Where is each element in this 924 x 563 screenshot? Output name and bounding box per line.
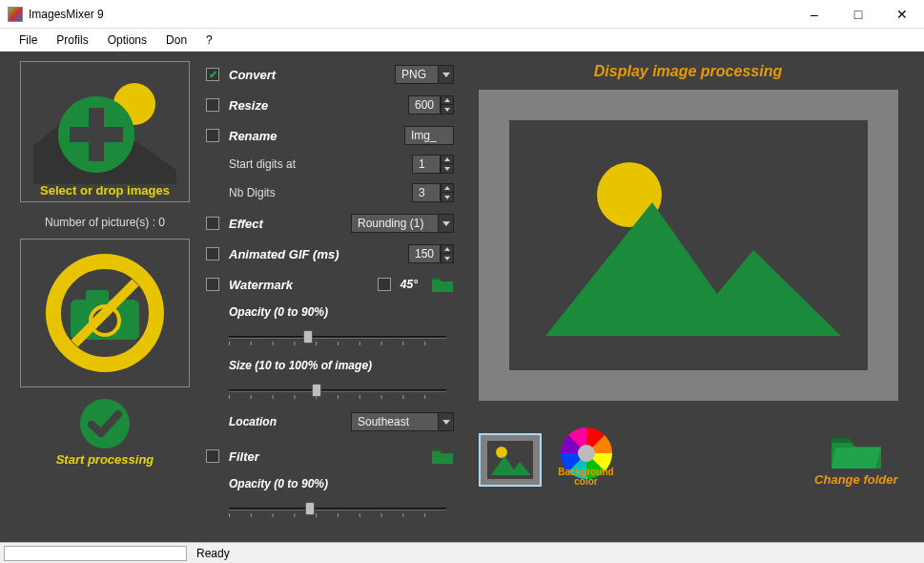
preview-thumbnail-frame [20, 239, 190, 387]
display-title: Display image processing [594, 63, 782, 80]
background-color-label: Background color [555, 468, 618, 487]
rename-label: Rename [229, 129, 277, 143]
watermark-size-label: Size (10 to 100% of image) [229, 359, 454, 372]
drop-zone-label: Select or drop images [21, 183, 189, 198]
background-color-button[interactable]: Background color [555, 426, 618, 487]
rename-nb-label: Nb Digits [229, 186, 276, 199]
menu-don[interactable]: Don [156, 31, 196, 50]
menu-help[interactable]: ? [196, 31, 222, 50]
convert-row: Convert PNG [206, 63, 454, 86]
preview-image [509, 120, 868, 370]
rename-row: Rename [206, 124, 454, 147]
image-icon [487, 441, 533, 479]
window-title: ImagesMixer 9 [29, 8, 104, 21]
client-area: Select or drop images Number of picture(… [0, 52, 924, 542]
watermark-checkbox[interactable] [206, 278, 219, 291]
watermark-location-select[interactable]: Southeast [351, 412, 454, 431]
menu-options[interactable]: Options [98, 31, 156, 50]
rename-checkbox[interactable] [206, 129, 219, 142]
watermark-opacity-slider[interactable] [229, 328, 446, 345]
filter-opacity-slider[interactable] [229, 500, 446, 517]
watermark-location-label: Location [229, 415, 277, 428]
effect-select[interactable]: Rounding (1) [351, 214, 454, 233]
convert-checkbox[interactable] [206, 68, 219, 81]
effect-label: Effect [229, 217, 263, 231]
rename-start-spinner[interactable]: 1 [412, 155, 454, 174]
image-placeholder-icon [526, 136, 851, 355]
preview-panel [479, 90, 898, 401]
drop-placeholder-icon [33, 79, 176, 184]
close-button[interactable]: ✕ [880, 0, 924, 29]
resize-label: Resize [229, 98, 268, 113]
preview-toolbar: Background color Change folder [479, 426, 898, 487]
resize-value-spinner[interactable]: 600 [408, 95, 454, 115]
change-folder-button[interactable]: Change folder [814, 432, 897, 487]
gif-label: Animated GIF (ms) [229, 247, 339, 261]
picture-count-label: Number of picture(s) : 0 [45, 216, 165, 229]
menu-profils[interactable]: Profils [47, 31, 97, 50]
filter-checkbox[interactable] [206, 449, 219, 463]
minimize-button[interactable]: – [792, 0, 836, 29]
watermark-row: Watermark 45° [206, 273, 454, 296]
change-folder-label: Change folder [814, 472, 897, 487]
svg-point-25 [578, 445, 595, 462]
menu-bar: File Profils Options Don ? [0, 29, 924, 52]
filter-label: Filter [229, 449, 259, 464]
gif-value-spinner[interactable]: 150 [408, 244, 454, 263]
no-image-icon [38, 246, 172, 380]
watermark-folder-button[interactable] [431, 276, 454, 293]
rename-prefix-input[interactable] [404, 126, 454, 145]
rename-start-label: Start digits at [229, 157, 296, 171]
watermark-size-slider[interactable] [229, 382, 446, 399]
svg-rect-10 [70, 127, 123, 142]
watermark-opacity-label: Opacity (0 to 90%) [229, 305, 454, 319]
start-processing-button[interactable]: Start processing [56, 397, 154, 467]
effect-row: Effect Rounding (1) [206, 212, 454, 235]
svg-rect-14 [86, 290, 109, 303]
gif-row: Animated GIF (ms) 150 [206, 242, 454, 265]
svg-point-23 [496, 447, 507, 458]
start-processing-label: Start processing [56, 452, 154, 467]
checkmark-icon [78, 397, 132, 450]
resize-row: Resize 600 [206, 94, 454, 116]
filter-folder-button[interactable] [431, 448, 454, 465]
resize-checkbox[interactable] [206, 98, 219, 112]
gif-checkbox[interactable] [206, 247, 219, 261]
folder-icon [830, 432, 883, 470]
menu-file[interactable]: File [10, 31, 47, 50]
watermark-label: Watermark [229, 278, 293, 292]
effect-checkbox[interactable] [206, 217, 219, 230]
thumbnail-button[interactable] [479, 433, 542, 487]
title-bar: ImagesMixer 9 – □ ✕ [0, 0, 924, 29]
progress-cell [4, 546, 187, 561]
status-bar: Ready [0, 542, 924, 563]
rename-nb-spinner[interactable]: 3 [412, 183, 454, 202]
status-text: Ready [191, 547, 230, 560]
convert-format-select[interactable]: PNG [395, 65, 454, 84]
watermark-45-label: 45° [400, 278, 418, 291]
filter-row: Filter [206, 445, 454, 468]
left-column: Select or drop images Number of picture(… [13, 61, 196, 534]
options-column: Convert PNG Resize 600 Rename Start digi… [206, 61, 454, 534]
maximize-button[interactable]: □ [836, 0, 880, 29]
filter-opacity-label: Opacity (0 to 90%) [229, 477, 454, 490]
drop-zone[interactable]: Select or drop images [20, 61, 190, 202]
svg-marker-21 [545, 202, 841, 336]
convert-label: Convert [229, 68, 276, 82]
right-column: Display image processing [463, 61, 913, 534]
app-icon [8, 7, 23, 22]
watermark-45-checkbox[interactable] [378, 278, 391, 291]
